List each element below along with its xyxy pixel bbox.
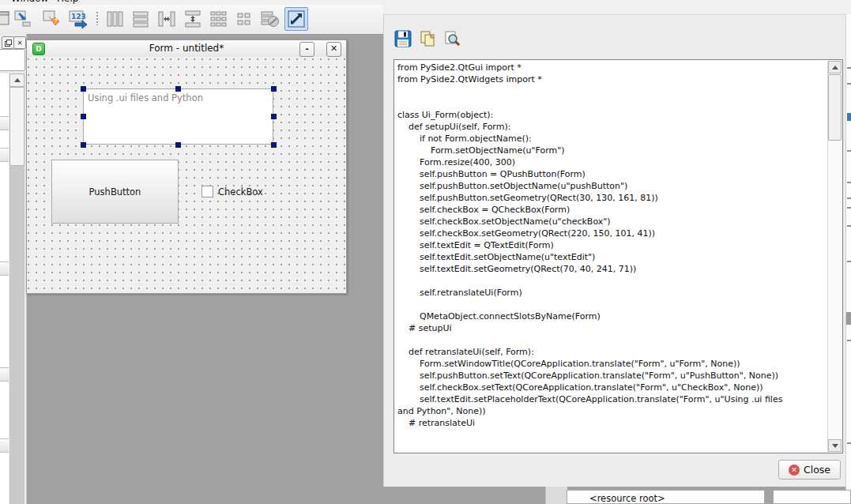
selection-handle-bottom-left[interactable] [81,142,86,148]
menu-window[interactable]: Window [11,0,48,4]
selection-handle-top-mid[interactable] [175,86,181,92]
selection-handle-mid-left[interactable] [81,114,86,119]
widget-filter-input[interactable] [0,49,25,71]
layout-form-icon[interactable] [232,7,256,31]
selection-handle-top-left[interactable] [81,86,86,92]
main-toolbar: 123 [0,5,383,35]
close-button-label: Close [804,464,830,476]
checkbox-label: CheckBox [218,186,263,197]
widget-box-list[interactable] [0,73,9,504]
layout-grid-icon[interactable] [207,7,231,31]
selection-handle-bottom-mid[interactable] [175,142,181,148]
adjust-size-icon[interactable] [284,7,308,31]
textedit-widget[interactable]: Using .ui files and Python [83,88,273,145]
widget-category[interactable] [0,438,9,453]
close-dialog-button[interactable]: ✕ Close [778,460,841,480]
break-layout-icon[interactable] [258,7,282,31]
layout-vertical-splitter-icon[interactable] [181,7,205,31]
edit-buddies-icon[interactable] [40,7,63,31]
preview-icon[interactable] [442,29,461,48]
code-scrollbar[interactable] [827,61,842,452]
layout-vertical-icon[interactable] [129,7,153,31]
right-edge-panel [845,14,851,504]
python-code-dialog: from PySide2.QtGui import * from PySide2… [383,14,845,487]
widget-category[interactable] [0,261,9,276]
close-button[interactable]: ✕ [326,42,341,57]
scroll-up-icon[interactable] [828,61,842,73]
right-edge-selected-mark [847,113,851,121]
selection-handle-mid-right[interactable] [271,114,277,119]
resource-root-label[interactable]: <resource root> [589,493,665,504]
scroll-down-icon[interactable] [828,439,842,452]
menu-help[interactable]: Help [57,0,78,4]
save-icon[interactable] [393,29,412,48]
edit-signals-slots-icon[interactable] [11,7,35,31]
pushbutton-widget[interactable]: PushButton [51,160,179,224]
svg-text:123: 123 [71,13,86,21]
code-dialog-toolbar [393,29,461,50]
scrollbar-thumb[interactable] [9,87,24,166]
layout-horizontal-splitter-icon[interactable] [155,7,179,31]
checkbox-box[interactable] [201,186,213,197]
minimize-button[interactable]: - [299,42,314,57]
resource-tree-panel[interactable]: <resource root> [567,490,765,504]
widget-box-scrollbar[interactable] [9,73,24,504]
toolbar-separator [96,11,98,25]
widget-category[interactable] [0,148,9,162]
close-icon[interactable]: ✕ [13,36,26,49]
form-title: Form - untitled* [27,43,346,54]
form-titlebar[interactable]: D Form - untitled* - ✕ [27,40,346,58]
widget-box-panel: ✕ [0,34,27,504]
selection-handle-top-right[interactable] [271,86,277,92]
form-canvas[interactable]: Using .ui files and Python PushButton Ch… [28,57,345,292]
widget-category[interactable] [0,116,9,130]
scroll-up-icon[interactable] [9,73,24,87]
code-text: from PySide2.QtGui import * from PySide2… [397,62,827,429]
code-view[interactable]: from PySide2.QtGui import * from PySide2… [393,59,843,453]
widget-category[interactable] [0,367,9,382]
float-icon[interactable] [2,36,14,49]
dock-splitter[interactable] [545,487,567,504]
checkbox-widget[interactable]: CheckBox [201,175,281,208]
textedit-placeholder: Using .ui files and Python [88,92,203,103]
edit-tab-order-icon[interactable]: 123 [66,7,90,31]
resource-detail-panel[interactable] [773,490,851,504]
copy-icon[interactable] [418,29,437,48]
close-badge-icon: ✕ [789,465,800,476]
selection-handle-bottom-right[interactable] [271,142,277,148]
form-editor-window: D Form - untitled* - ✕ Using .ui files a… [26,39,347,294]
layout-horizontal-icon[interactable] [103,7,126,31]
scrollbar-thumb[interactable] [828,74,842,141]
